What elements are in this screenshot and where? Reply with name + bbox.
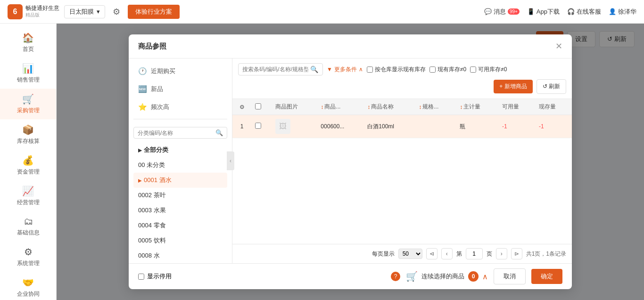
first-page-button[interactable]: ⊲ [426,248,438,259]
sidebar-item-system[interactable]: ⚙ 系统管理 [0,242,56,272]
prev-page-button[interactable]: ‹ [441,248,453,259]
app-download-item[interactable]: 📱 App下载 [527,8,560,16]
nav-dropdown[interactable]: 日太阳膜 ▾ [64,5,105,18]
dialog-overlay: 商品参照 ✕ 🕐 近期购买 🆕 [57,24,644,300]
page-number-input[interactable] [466,248,483,259]
refresh-button[interactable]: ↺ 刷新 [537,79,566,94]
dialog-header: 商品参照 ✕ [129,34,572,58]
confirm-button[interactable]: 确定 [531,269,562,284]
col-unit-label: 主计量 [463,103,480,111]
col-unit[interactable]: ↕ 主计量 [456,99,498,115]
available-stock-checkbox-label[interactable]: 可用库存≠0 [470,66,507,74]
warehouse-stock-checkbox-label[interactable]: 按仓库显示现有库存 [367,66,426,74]
product-search-box[interactable]: 🔍 [238,63,323,75]
filter-button[interactable]: ▼ 更多条件 ∧ [327,66,363,74]
dialog-footer: 显示停用 ? 🛒 连续选择的商品 0 ∧ 取消 确定 [129,263,572,289]
col-stock-label: 现存量 [539,103,556,111]
row-spec-cell [415,115,456,138]
home-icon: 🏠 [22,32,34,43]
enterprise-icon: 🤝 [22,277,34,288]
sidebar-item-basic-info[interactable]: 🗂 基础信息 [0,211,56,242]
col-code[interactable]: ↕ 商品... [317,99,363,115]
operations-icon: 📈 [22,185,34,197]
frequent-tab[interactable]: ⭐ 频次高 [133,99,227,115]
total-info: 共1页，1条记录 [526,250,566,258]
category-water[interactable]: 0008 水 [133,248,227,258]
col-num: ⚙ [232,99,251,115]
message-icon: 💬 [484,8,492,15]
row-image-cell: 🖼 [272,115,317,138]
col-spec[interactable]: ↕ 规格... [415,99,456,115]
gear-icon[interactable]: ⚙ [109,4,124,19]
cancel-button[interactable]: 取消 [494,268,526,284]
filter-collapse-icon: ∧ [359,66,363,73]
user-item[interactable]: 👤 徐泽华 [609,8,636,16]
nonzero-stock-checkbox-label[interactable]: 现有库存≠0 [429,66,466,74]
sidebar-item-home[interactable]: 🏠 首页 [0,27,56,58]
cart-count: 0 [468,271,479,282]
warehouse-stock-checkbox[interactable] [367,67,373,73]
col-image-label: 商品图片 [275,103,298,111]
category-search-input[interactable] [138,130,214,136]
sidebar-item-inventory[interactable]: 📦 库存核算 [0,119,56,150]
sidebar-item-procurement[interactable]: 🛒 采购管理 [0,89,56,119]
support-item[interactable]: 🎧 在线客服 [567,8,601,16]
recent-icon: 🕐 [138,67,147,75]
row-checkbox[interactable] [255,123,261,129]
col-name[interactable]: ↕ 商品名称 [363,99,415,115]
chevron-down-icon: ▾ [97,8,100,15]
row-checkbox-cell[interactable] [251,115,272,138]
show-disabled-label[interactable]: 显示停用 [138,272,172,281]
settings-col-icon[interactable]: ⚙ [239,104,245,110]
dialog-body: 🕐 近期购买 🆕 新品 ⭐ 频次高 [129,58,572,263]
avatar-icon: 👤 [609,8,616,15]
category-tea[interactable]: 0002 茶叶 [133,188,227,203]
sidebar-item-finance[interactable]: 💰 资金管理 [0,150,56,181]
sort-icon: ↕ [460,104,462,110]
collapse-panel-button[interactable]: ‹ [227,151,234,170]
sidebar-item-enterprise[interactable]: 🤝 企业协同 [0,272,56,300]
show-disabled-checkbox[interactable] [138,274,144,280]
col-name-label: 商品名称 [371,103,394,111]
message-item[interactable]: 💬 消息 99+ [484,8,520,16]
trial-button[interactable]: 体验行业方案 [128,5,180,19]
category-search-icon[interactable]: 🔍 [215,129,223,136]
category-uncategorized[interactable]: 00 未分类 [133,158,227,173]
left-panel: 🕐 近期购买 🆕 新品 ⭐ 频次高 [129,58,232,263]
sidebar-item-operations[interactable]: 📈 经营管理 [0,181,56,211]
nonzero-stock-checkbox[interactable] [429,67,436,73]
new-icon: 🆕 [138,85,147,93]
category-all[interactable]: ▶ 全部分类 [133,142,227,158]
sidebar-item-sales[interactable]: 📊 销售管理 [0,58,56,89]
next-page-button[interactable]: › [496,248,507,259]
nav-right: 💬 消息 99+ 📱 App下载 🎧 在线客服 👤 徐泽华 [484,8,636,16]
headset-icon: 🎧 [567,8,575,15]
procurement-icon: 🛒 [22,93,34,105]
help-icon[interactable]: ? [391,272,400,281]
last-page-button[interactable]: ⊳ [511,248,522,259]
category-search[interactable]: 🔍 [133,127,227,139]
add-product-button[interactable]: + 新增商品 [494,80,532,93]
recent-purchase-tab[interactable]: 🕐 近期购买 [133,63,227,79]
col-stock: 现存量 [535,99,572,115]
close-icon[interactable]: ✕ [555,41,562,51]
category-snacks[interactable]: 0004 零食 [133,218,227,233]
cart-icon[interactable]: 🛒 [406,271,418,282]
collapse-cart-icon[interactable]: ∧ [482,272,488,281]
table-row[interactable]: 1 🖼 000600... [232,115,572,138]
product-search-input[interactable] [242,66,308,73]
basic-info-icon: 🗂 [24,216,33,227]
category-liquor[interactable]: ▶ 0001 酒水 [133,173,227,188]
category-fruit[interactable]: 0003 水果 [133,203,227,218]
product-image: 🖼 [275,119,290,134]
sales-icon: 📊 [22,63,34,74]
finance-icon: 💰 [22,155,34,166]
select-all-checkbox[interactable] [255,103,261,109]
product-reference-dialog: 商品参照 ✕ 🕐 近期购买 🆕 [129,34,572,289]
new-product-tab[interactable]: 🆕 新品 [133,81,227,97]
page-size-select[interactable]: 50 100 200 [398,249,422,259]
col-code-label: 商品... [324,103,340,111]
search-icon[interactable]: 🔍 [310,66,318,73]
category-drinks[interactable]: 0005 饮料 [133,233,227,248]
available-stock-checkbox[interactable] [470,67,476,73]
